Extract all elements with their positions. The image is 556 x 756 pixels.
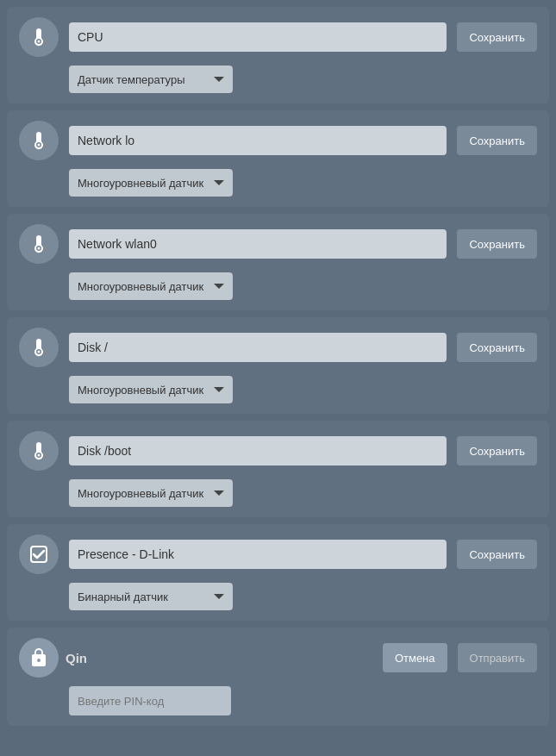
type-select-disk-boot[interactable]: Датчик температурыМногоуровневый датчикБ… — [69, 479, 233, 507]
card-network-lo: Сохранить Датчик температурыМногоуровнев… — [7, 110, 549, 207]
thermometer-icon — [19, 431, 59, 471]
cancel-button[interactable]: Отмена — [383, 643, 447, 672]
send-button[interactable]: Отправить — [458, 643, 537, 672]
name-input-network-wlan0[interactable] — [69, 229, 447, 259]
check-icon — [19, 534, 59, 574]
type-select-disk-root[interactable]: Датчик температурыМногоуровневый датчикБ… — [69, 376, 233, 403]
thermometer-icon — [19, 121, 59, 160]
card-disk-boot: Сохранить Датчик температурыМногоуровнев… — [7, 421, 549, 517]
svg-point-1 — [38, 144, 41, 147]
svg-point-4 — [38, 454, 41, 457]
svg-point-0 — [38, 41, 41, 43]
card-network-wlan0: Сохранить Датчик температурыМногоуровнев… — [7, 214, 549, 310]
type-select-network-lo[interactable]: Датчик температурыМногоуровневый датчикБ… — [69, 169, 233, 197]
type-select-cpu[interactable]: Датчик температурыМногоуровневый датчикБ… — [69, 66, 233, 93]
type-select-network-wlan0[interactable]: Датчик температурыМногоуровневый датчикБ… — [69, 272, 233, 300]
save-button-cpu[interactable]: Сохранить — [457, 22, 537, 52]
save-button-disk-boot[interactable]: Сохранить — [457, 436, 537, 465]
name-input-presence-dlink[interactable] — [69, 540, 447, 569]
svg-point-3 — [38, 351, 41, 353]
card-presence-dlink: Сохранить Датчик температурыМногоуровнев… — [7, 524, 549, 621]
name-input-network-lo[interactable] — [69, 126, 447, 155]
type-select-presence-dlink[interactable]: Датчик температурыМногоуровневый датчикБ… — [69, 583, 233, 610]
thermometer-icon — [19, 17, 59, 57]
save-button-network-wlan0[interactable]: Сохранить — [457, 229, 537, 259]
card-disk-root: Сохранить Датчик температурыМногоуровнев… — [7, 317, 549, 414]
name-input-cpu[interactable] — [69, 22, 447, 52]
thermometer-icon — [19, 328, 59, 367]
pin-input[interactable] — [69, 686, 231, 715]
card-cpu: Сохранить Датчик температурыМногоуровнев… — [7, 7, 549, 103]
save-button-presence-dlink[interactable]: Сохранить — [457, 540, 537, 569]
name-input-disk-boot[interactable] — [69, 436, 447, 465]
save-button-network-lo[interactable]: Сохранить — [457, 126, 537, 155]
svg-point-2 — [38, 247, 41, 250]
save-button-disk-root[interactable]: Сохранить — [457, 333, 537, 362]
name-input-disk-root[interactable] — [69, 333, 447, 362]
pin-card-name: Qin — [66, 651, 87, 665]
thermometer-icon — [19, 224, 59, 264]
pin-card: Qin Отмена Отправить — [7, 628, 549, 726]
lock-icon — [19, 638, 59, 678]
